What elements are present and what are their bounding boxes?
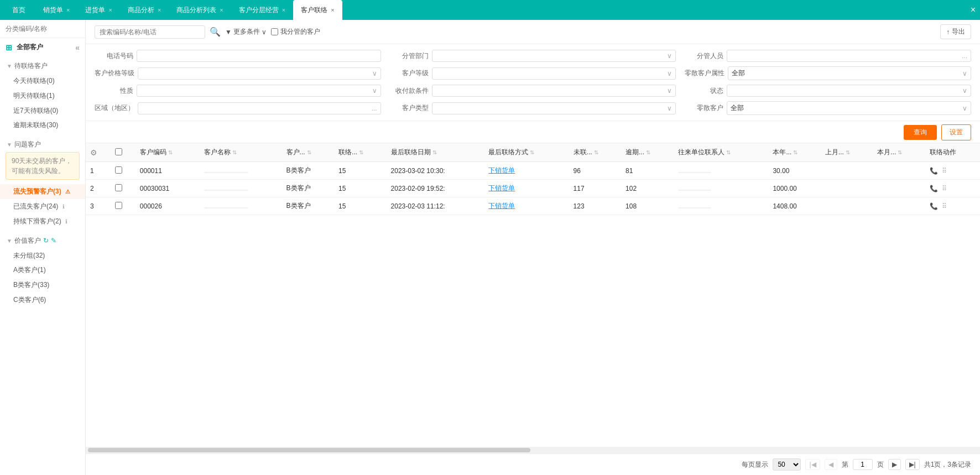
query-button[interactable]: 查询: [904, 125, 937, 140]
group-problem-title[interactable]: ▼ 问题客户: [0, 137, 85, 152]
action-more-icon[interactable]: ⠿: [942, 202, 947, 210]
filter-search-button[interactable]: 🔍: [210, 27, 221, 37]
action-phone-icon[interactable]: 📞: [930, 185, 938, 192]
settings-button[interactable]: 设置: [941, 124, 971, 140]
customer-type-select[interactable]: ∨: [432, 102, 676, 114]
sidebar-item-7days[interactable]: 近7天待联络(0): [0, 103, 85, 118]
sidebar-item-declining[interactable]: 持续下滑客户(2) ℹ: [0, 214, 85, 229]
tab-customer-contact[interactable]: 客户联络 ×: [293, 0, 342, 20]
manager-select[interactable]: ...: [727, 50, 971, 62]
col-type[interactable]: 客户... ⇅: [282, 143, 334, 162]
sidebar-all-customers[interactable]: ⊞ 全部客户 «: [0, 38, 85, 56]
edit-icon[interactable]: ✎: [51, 237, 56, 244]
sidebar-item-unclassified[interactable]: 未分组(32): [0, 248, 85, 263]
col-overdue[interactable]: 逾期... ⇅: [621, 143, 673, 162]
chevron-icon-2: ...: [962, 52, 967, 60]
tab-analysis-list-label: 商品分析列表: [176, 6, 216, 15]
col-no-contact[interactable]: 未联... ⇅: [569, 143, 621, 162]
col-contacts[interactable]: 联络... ⇅: [334, 143, 386, 162]
tab-customer-contact-close[interactable]: ×: [331, 7, 334, 13]
table-row: 2 00030031 B类客户 15 2023-02-09 19:52: 下销货…: [86, 180, 980, 197]
tab-customer-tier-close[interactable]: ×: [282, 7, 285, 13]
sidebar-item-churned[interactable]: 已流失客户(24) ℹ: [0, 199, 85, 214]
tab-sales[interactable]: 销货单 ×: [35, 0, 77, 20]
tab-purchase[interactable]: 进货单 ×: [77, 0, 119, 20]
my-customers-filter[interactable]: 我分管的客户: [271, 27, 320, 36]
col-code[interactable]: 客户编码 ⇅: [135, 143, 200, 162]
page-input[interactable]: [853, 459, 873, 470]
cell-checkbox[interactable]: [111, 180, 135, 197]
collapse-icon[interactable]: «: [75, 43, 80, 52]
sort-overdue-icon: ⇅: [646, 149, 650, 155]
pagination: 每页显示 50 100 |◀ ◀ 第 页 ▶ ▶| 共1页，3条记录: [86, 453, 980, 475]
col-last-date[interactable]: 最后联络日期 ⇅: [387, 143, 484, 162]
zero-customer-select[interactable]: 全部 ∨: [727, 101, 971, 115]
table-settings-icon[interactable]: ⚙: [90, 148, 97, 157]
status-select[interactable]: ∨: [727, 85, 971, 97]
customer-level-select[interactable]: ∨: [432, 67, 676, 80]
col-contact-person[interactable]: 往来单位联系人 ⇅: [674, 143, 769, 162]
next-page-button[interactable]: ▶: [888, 459, 901, 470]
sort-contacts-icon: ⇅: [359, 149, 363, 155]
group-pending-contact-title[interactable]: ▼ 待联络客户: [0, 59, 85, 74]
cell-overdue: 108: [621, 197, 673, 215]
tab-analysis-list-close[interactable]: ×: [220, 7, 223, 13]
col-name[interactable]: 客户名称 ⇅: [200, 143, 282, 162]
col-this-month[interactable]: 本月... ⇅: [873, 143, 925, 162]
close-all-tabs-button[interactable]: ×: [971, 5, 976, 15]
action-phone-icon[interactable]: 📞: [930, 202, 938, 210]
col-last-method[interactable]: 最后联络方式 ⇅: [484, 143, 569, 162]
refresh-icon[interactable]: ↻: [43, 237, 49, 244]
action-more-icon[interactable]: ⠿: [942, 167, 947, 175]
sidebar-item-overdue-contact[interactable]: 逾期未联络(30): [0, 118, 85, 133]
last-page-button[interactable]: ▶|: [905, 459, 920, 470]
col-this-year[interactable]: 本年... ⇅: [768, 143, 820, 162]
tab-home[interactable]: 首页: [4, 0, 33, 20]
col-last-month[interactable]: 上月... ⇅: [821, 143, 873, 162]
sidebar-item-churn-warning[interactable]: 流失预警客户(3) ⚠: [0, 184, 85, 199]
tab-analysis[interactable]: 商品分析 ×: [120, 0, 169, 20]
cell-no-contact: 117: [569, 180, 621, 197]
cell-checkbox[interactable]: [111, 162, 135, 180]
action-phone-icon[interactable]: 📞: [930, 167, 938, 175]
sidebar-item-today[interactable]: 今天待联络(0): [0, 74, 85, 88]
sidebar-item-class-c[interactable]: C类客户(6): [0, 293, 85, 307]
horizontal-scrollbar[interactable]: [86, 447, 980, 453]
sidebar-search-input[interactable]: [6, 25, 86, 33]
tab-analysis-close[interactable]: ×: [158, 7, 161, 13]
group-problem-customers: ▼ 问题客户 90天未交易的客户，可能有流失风险。 流失预警客户(3) ⚠ 已流…: [0, 135, 85, 231]
select-all-checkbox[interactable]: [115, 148, 122, 155]
sidebar-item-class-b[interactable]: B类客户(33): [0, 278, 85, 293]
zero-sales-select[interactable]: 全部 ∨: [728, 66, 971, 80]
tab-purchase-close[interactable]: ×: [108, 7, 112, 13]
area-label: 区域（地区）: [95, 103, 134, 113]
filter-more-button[interactable]: ▼ 更多条件 ∨: [225, 27, 267, 36]
tab-customer-tier[interactable]: 客户分层经营 ×: [231, 0, 293, 20]
export-button[interactable]: ↑ 导出: [940, 24, 971, 39]
area-select[interactable]: ...: [138, 102, 381, 114]
advanced-filter: 电话号码 分管部门 ∨ 分管人员 ... 客户价格等级: [86, 44, 980, 121]
filter-search-input[interactable]: [95, 25, 205, 39]
gender-select[interactable]: ∨: [137, 85, 381, 97]
sidebar-item-class-a[interactable]: A类客户(1): [0, 263, 85, 278]
cell-checkbox[interactable]: [111, 197, 135, 215]
filter-icon: ▼: [225, 28, 232, 36]
page-unit: 页: [877, 460, 884, 469]
sidebar-item-tomorrow[interactable]: 明天待联络(1): [0, 88, 85, 103]
per-page-select[interactable]: 50 100: [773, 458, 801, 471]
tab-analysis-list[interactable]: 商品分析列表 ×: [169, 0, 231, 20]
scroll-thumb[interactable]: [88, 448, 530, 452]
payment-select[interactable]: ∨: [432, 85, 676, 97]
sort-lmonth-icon: ⇅: [846, 149, 850, 155]
prev-page-button[interactable]: ◀: [825, 459, 837, 470]
action-more-icon[interactable]: ⠿: [942, 185, 947, 192]
my-customers-checkbox[interactable]: [271, 28, 278, 35]
tab-sales-close[interactable]: ×: [66, 7, 70, 13]
price-level-select[interactable]: ∨: [138, 67, 381, 80]
tab-analysis-label: 商品分析: [128, 6, 154, 15]
first-page-button[interactable]: |◀: [805, 459, 820, 470]
phone-input[interactable]: [137, 50, 381, 62]
group-value-title[interactable]: ▼ 价值客户 ↻ ✎: [0, 233, 85, 248]
dept-select[interactable]: ∨: [432, 50, 676, 62]
filter-customer-level: 客户等级 ∨: [390, 66, 676, 80]
